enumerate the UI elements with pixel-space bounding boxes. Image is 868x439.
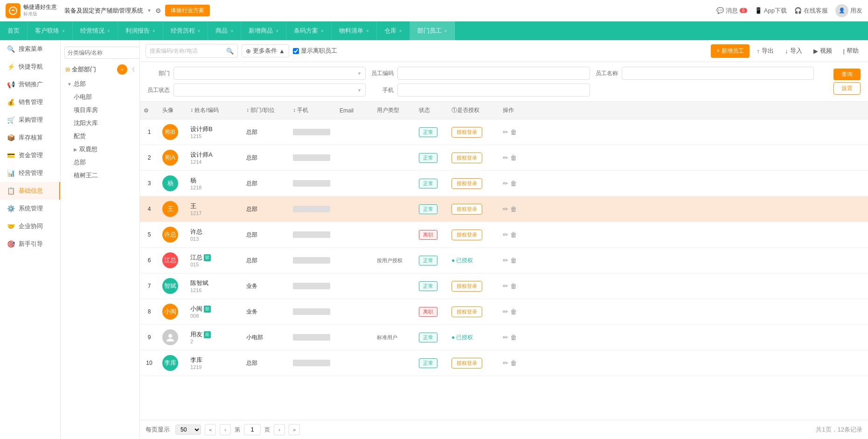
delete-icon[interactable]: 🗑 [510,128,517,136]
sidebar-item-inventory[interactable]: 📦 库存核算 [0,129,60,146]
edit-icon[interactable]: ✏ [503,359,508,367]
sidebar-item-purchase[interactable]: 🛒 采购管理 [0,111,60,129]
auth-login-button[interactable]: 授权登录 [451,307,482,317]
delete-icon[interactable]: 🗑 [510,231,517,238]
delete-icon[interactable]: 🗑 [510,334,517,341]
filter-empname-input[interactable] [622,67,814,80]
dept-node-xiaodian[interactable]: 小电部 [61,91,139,104]
import-btn[interactable]: ↓ 导入 [781,45,806,57]
all-dept-label[interactable]: 全部部门 [72,65,96,74]
auth-login-button[interactable]: 授权登录 [451,230,482,240]
row-auth[interactable]: 授权登录 [448,196,499,222]
online-service-action[interactable]: 🎧 在线客服 [794,7,828,15]
tab-history[interactable]: 经营历程× [163,21,208,40]
collapse-btn[interactable]: 《 [129,66,135,74]
row-auth[interactable]: 授权登录 [448,273,499,299]
tab-warehouse[interactable]: 仓库× [377,21,410,40]
edit-icon[interactable]: ✏ [503,231,508,238]
delete-icon[interactable]: 🗑 [510,308,517,315]
dept-search-input[interactable] [64,47,140,59]
next-page-btn[interactable]: › [274,424,285,435]
try-btn[interactable]: 体验行业方案 [165,5,210,16]
export-btn[interactable]: ↑ 导出 [753,45,778,57]
col-settings[interactable]: ⚙ [140,102,159,119]
more-filters-btn[interactable]: ⊕ 更多条件 ▲ [242,44,289,57]
delete-icon[interactable]: 🗑 [510,154,517,161]
tab-barcode[interactable]: 条码方案× [286,21,332,40]
tab-profit[interactable]: 利润报告× [118,21,163,40]
filter-empcode-input[interactable] [397,67,590,80]
filter-status-select[interactable]: ▼ [174,84,366,97]
tab-add-goods[interactable]: 新增商品× [241,21,286,40]
delete-icon[interactable]: 🗑 [510,205,517,213]
tab-operations[interactable]: 经营情况× [73,21,118,40]
edit-icon[interactable]: ✏ [503,180,508,187]
close-icon[interactable]: × [366,28,369,34]
show-resign-check[interactable] [293,48,299,54]
sidebar-item-collab[interactable]: 🤝 企业协同 [0,217,60,235]
edit-icon[interactable]: ✏ [503,128,508,136]
edit-icon[interactable]: ✏ [503,282,508,290]
dept-node-zongbu[interactable]: 总部 [61,156,139,169]
auth-login-button[interactable]: 授权登录 [451,153,482,163]
sidebar-item-marketing[interactable]: 📢 营销推广 [0,76,60,93]
row-auth[interactable]: 授权登录 [448,222,499,248]
gear-icon[interactable]: ⚙ [155,7,161,14]
close-icon[interactable]: × [107,28,110,34]
reset-button[interactable]: 设置 [833,82,861,95]
tab-goods[interactable]: 商品× [208,21,241,40]
sidebar-item-basic[interactable]: 📋 基础信息 [0,182,60,200]
edit-icon[interactable]: ✏ [503,308,508,315]
message-action[interactable]: 💬 消息 6 [716,7,747,15]
col-phone[interactable]: ↕ 手机 [289,102,336,119]
col-name-code[interactable]: ↕ 姓名/编码 [187,102,243,119]
dept-add-btn[interactable]: + [117,64,127,75]
filter-dept-select[interactable]: ▼ [174,67,366,80]
dept-node-shuanglu[interactable]: ▶ 双鹿想 [61,143,139,156]
sidebar-item-system[interactable]: ⚙️ 系统管理 [0,200,60,217]
edit-icon[interactable]: ✏ [503,334,508,341]
delete-icon[interactable]: 🗑 [510,282,517,290]
close-icon[interactable]: × [399,28,402,34]
edit-icon[interactable]: ✏ [503,154,508,161]
auth-login-button[interactable]: 授权登录 [451,204,482,215]
dept-node-peihuo[interactable]: 配货 [61,130,139,143]
search-input[interactable] [150,48,224,54]
close-icon[interactable]: × [153,28,155,34]
delete-icon[interactable]: 🗑 [510,257,517,264]
edit-icon[interactable]: ✏ [503,205,508,213]
prev-page-btn[interactable]: ‹ [220,424,231,435]
row-auth[interactable]: 授权登录 [448,171,499,196]
row-auth[interactable]: 授权登录 [448,145,499,171]
filter-phone-input[interactable] [397,84,590,97]
sidebar-item-search[interactable]: 🔍 搜索菜单 [0,40,60,58]
show-resign-checkbox[interactable]: 显示离职员工 [293,47,337,55]
tab-home[interactable]: 首页 [0,21,28,40]
last-page-btn[interactable]: » [289,424,300,435]
page-size-select[interactable]: 50 20 100 [175,425,201,435]
add-employee-button[interactable]: + 新增员工 [711,44,749,58]
dept-node-zhishu[interactable]: 植树王二 [61,169,139,182]
auth-login-button[interactable]: 授权登录 [451,358,482,369]
page-input[interactable] [244,424,261,435]
dept-node-project[interactable]: 项目库房 [61,104,139,117]
sidebar-item-guide[interactable]: 🎯 新手引导 [0,235,60,253]
view-btn[interactable]: ▶ 视频 [810,45,836,57]
tab-bom[interactable]: 物料清单× [332,21,377,40]
tab-dept-staff[interactable]: 部门员工× [410,21,455,40]
close-icon[interactable]: × [198,28,201,34]
sidebar-item-quicknav[interactable]: ⚡ 快捷导航 [0,58,60,76]
close-icon[interactable]: × [62,28,65,34]
query-button[interactable]: 查询 [833,69,861,80]
sidebar-item-sales[interactable]: 💰 销售管理 [0,93,60,111]
sidebar-item-finance[interactable]: 💳 资金管理 [0,146,60,164]
row-auth[interactable]: 授权登录 [448,350,499,376]
col-dept-position[interactable]: ↕ 部门/职位 [243,102,289,119]
tab-customer[interactable]: 客户联络× [28,21,73,40]
dept-node-head[interactable]: ▼ 总部 [61,77,139,91]
edit-icon[interactable]: ✏ [503,257,508,264]
row-auth[interactable]: 授权登录 [448,299,499,325]
close-icon[interactable]: × [276,28,278,34]
help-btn[interactable]: | 帮助 [840,45,862,57]
auth-login-button[interactable]: 授权登录 [451,178,482,189]
